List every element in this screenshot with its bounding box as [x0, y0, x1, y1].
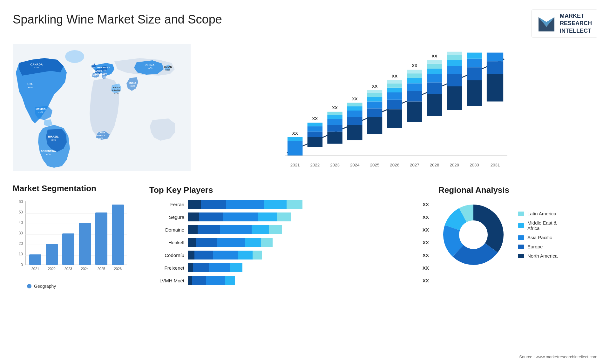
- legend-color-asia-pacific: [518, 235, 524, 240]
- svg-rect-42: [308, 137, 323, 147]
- svg-rect-55: [347, 125, 363, 140]
- svg-rect-90: [427, 64, 442, 69]
- svg-text:XX: XX: [312, 117, 318, 121]
- svg-text:20: 20: [19, 241, 23, 246]
- svg-rect-94: [447, 86, 462, 110]
- player-name-henkell: Henkell: [149, 240, 184, 245]
- svg-text:60: 60: [19, 199, 23, 204]
- svg-text:XX: XX: [372, 84, 378, 89]
- svg-text:CANADA: CANADA: [30, 63, 43, 66]
- svg-rect-39: [288, 137, 303, 141]
- svg-text:U.K.: U.K.: [90, 63, 95, 66]
- bar-chart-section: XX 2021 XX 2022: [197, 44, 597, 177]
- svg-text:2026: 2026: [390, 163, 399, 167]
- svg-text:2024: 2024: [81, 267, 89, 271]
- page-title: Sparkling Wine Market Size and Scope: [13, 13, 222, 26]
- svg-text:MEXICO: MEXICO: [36, 108, 46, 111]
- player-row-codorniu: Codorníu XX: [149, 251, 429, 260]
- svg-text:xx%: xx%: [38, 111, 43, 114]
- svg-text:2025: 2025: [98, 267, 105, 271]
- svg-rect-137: [95, 212, 107, 265]
- svg-text:U.S.: U.S.: [27, 83, 33, 86]
- svg-text:40: 40: [19, 220, 23, 225]
- svg-rect-59: [347, 103, 363, 106]
- svg-rect-66: [367, 93, 383, 97]
- svg-text:2023: 2023: [64, 267, 72, 271]
- svg-text:2021: 2021: [31, 267, 39, 271]
- svg-rect-63: [367, 109, 383, 118]
- svg-text:XX: XX: [432, 54, 437, 58]
- legend-item-north-america: North America: [518, 253, 558, 259]
- svg-text:INDIA: INDIA: [129, 82, 136, 84]
- donut-container: Latin America Middle East &Africa Asia P…: [438, 200, 597, 270]
- player-row-lvmh: LVMH Moët XX: [149, 276, 429, 285]
- svg-text:XX: XX: [412, 63, 417, 68]
- svg-rect-95: [447, 74, 462, 86]
- svg-rect-51: [327, 115, 342, 119]
- segmentation-section: Market Segmentation 0 10 20 30 40 50 60: [13, 184, 140, 281]
- svg-text:GERMANY: GERMANY: [97, 66, 111, 69]
- svg-text:XX: XX: [392, 74, 397, 78]
- donut-svg: [438, 200, 508, 270]
- svg-rect-88: [427, 74, 442, 83]
- svg-rect-98: [447, 55, 462, 60]
- svg-text:xx%: xx%: [147, 67, 152, 70]
- svg-text:XX: XX: [292, 131, 298, 136]
- svg-text:2021: 2021: [290, 163, 300, 167]
- svg-text:JAPAN: JAPAN: [164, 65, 172, 68]
- svg-rect-56: [347, 117, 363, 125]
- segmentation-svg: 0 10 20 30 40 50 60: [13, 198, 133, 281]
- svg-text:XX: XX: [471, 50, 477, 51]
- svg-rect-96: [447, 66, 462, 75]
- segmentation-legend: Geography: [27, 284, 140, 289]
- svg-text:2026: 2026: [114, 267, 122, 271]
- svg-rect-86: [427, 94, 442, 116]
- svg-rect-64: [367, 102, 383, 109]
- player-name-codorniu: Codorníu: [149, 253, 184, 258]
- legend-color-europe: [518, 245, 524, 249]
- legend-color-latin-america: [518, 212, 524, 216]
- svg-rect-105: [467, 53, 482, 59]
- player-row-segura: Segura XX: [149, 212, 429, 221]
- legend-dot: [27, 284, 31, 288]
- source-text: Source : www.marketresearchintellect.com: [519, 354, 597, 359]
- svg-text:2025: 2025: [370, 163, 380, 167]
- svg-rect-49: [327, 125, 342, 132]
- svg-rect-97: [447, 60, 462, 66]
- svg-text:10: 10: [19, 252, 23, 256]
- svg-text:0: 0: [21, 263, 23, 267]
- svg-rect-43: [308, 132, 323, 137]
- svg-rect-70: [387, 109, 402, 128]
- svg-rect-135: [79, 223, 91, 265]
- svg-text:2023: 2023: [330, 163, 340, 167]
- player-xx-codorniu: XX: [423, 253, 429, 258]
- svg-text:SOUTH: SOUTH: [97, 131, 105, 134]
- player-row-ferrari: Ferrari XX: [149, 200, 429, 209]
- svg-rect-91: [427, 60, 442, 64]
- world-map-svg: CANADA xx% U.S. xx% MEXICO xx% BRAZIL xx…: [13, 44, 191, 171]
- svg-text:2029: 2029: [450, 163, 459, 167]
- map-section: CANADA xx% U.S. xx% MEXICO xx% BRAZIL xx…: [13, 44, 191, 177]
- legend-item-mea: Middle East &Africa: [518, 220, 558, 231]
- svg-rect-80: [407, 84, 422, 91]
- svg-rect-38: [288, 141, 303, 156]
- svg-text:CHINA: CHINA: [146, 64, 155, 67]
- svg-text:50: 50: [19, 210, 23, 214]
- logo-box: MARKET RESEARCH INTELLECT: [532, 10, 597, 37]
- svg-rect-109: [487, 61, 503, 74]
- legend-label-mea: Middle East &Africa: [527, 220, 557, 231]
- svg-text:xx%: xx%: [90, 66, 95, 69]
- svg-text:xx%: xx%: [99, 137, 103, 139]
- svg-text:xx%: xx%: [34, 66, 39, 69]
- svg-text:2031: 2031: [491, 163, 500, 167]
- players-list: Ferrari XX Segura: [149, 200, 429, 285]
- logo-icon: [537, 14, 556, 33]
- player-name-ferrari: Ferrari: [149, 202, 184, 207]
- player-bar-codorniu: [188, 251, 416, 260]
- player-xx-segura: XX: [423, 214, 429, 220]
- svg-rect-74: [387, 84, 402, 88]
- player-bar-segura: [188, 212, 416, 221]
- svg-text:ARABIA: ARABIA: [112, 89, 120, 91]
- legend-color-mea: [518, 223, 524, 228]
- svg-rect-52: [327, 112, 342, 115]
